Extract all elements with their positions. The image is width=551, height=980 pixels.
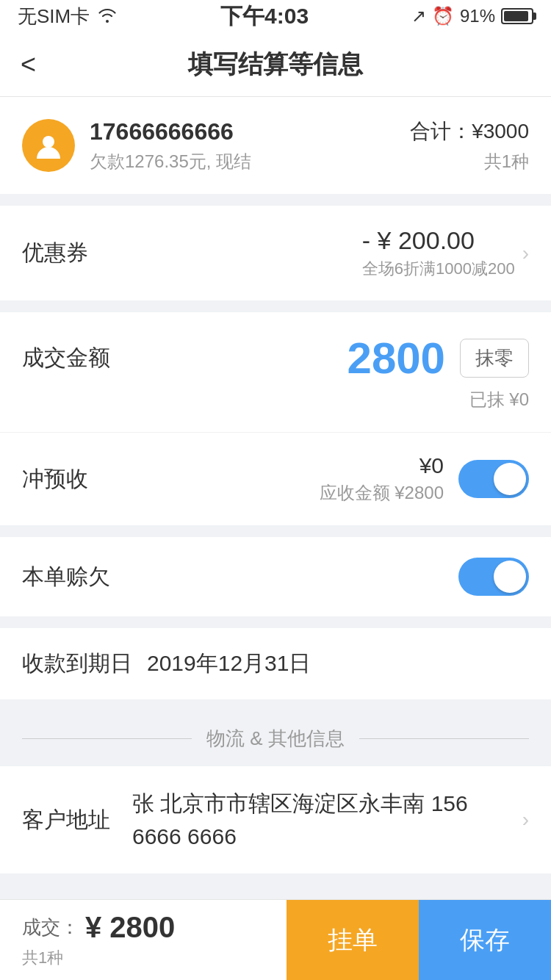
- transaction-card: 成交金额 2800 抹零 已抹 ¥0 冲预收 ¥0 应收金额 ¥2800: [0, 312, 551, 525]
- pre-collect-amount: ¥0 应收金额 ¥2800: [320, 453, 444, 505]
- logistics-line-left: [22, 738, 192, 739]
- svg-point-0: [43, 136, 54, 148]
- debt-label: 本单赊欠: [22, 562, 110, 592]
- customer-count: 共1种: [410, 150, 529, 173]
- coupon-chevron-icon: ›: [522, 242, 529, 265]
- coupon-card: 优惠券 - ¥ 200.00 全场6折满1000减200 ›: [0, 206, 551, 300]
- customer-right: 合计：¥3000 共1种: [410, 118, 529, 173]
- pre-collect-label: 冲预收: [22, 464, 88, 494]
- wifi-icon: [97, 5, 118, 28]
- transaction-label: 成交金额: [22, 343, 110, 373]
- bottom-count: 共1种: [22, 947, 264, 969]
- logistics-header: 物流 & 其他信息: [0, 711, 551, 766]
- logistics-line-right: [359, 738, 529, 739]
- logistics-title: 物流 & 其他信息: [206, 726, 345, 752]
- save-button[interactable]: 保存: [419, 900, 551, 981]
- carrier-label: 无SIM卡: [18, 4, 90, 29]
- content: 17666666666 欠款1276.35元, 现结 合计：¥3000 共1种 …: [0, 97, 551, 973]
- status-bar: 无SIM卡 下午4:03 ↗ ⏰ 91%: [0, 0, 551, 32]
- customer-info: 17666666666 欠款1276.35元, 现结: [90, 118, 251, 173]
- pre-collect-section: 冲预收 ¥0 应收金额 ¥2800: [0, 432, 551, 525]
- due-date-value: 2019年12月31日: [147, 649, 311, 679]
- debt-toggle[interactable]: [458, 558, 529, 596]
- due-date-label: 收款到期日: [22, 649, 132, 679]
- transaction-row: 成交金额 2800 抹零: [22, 333, 529, 383]
- address-value: 张 北京市市辖区海淀区永丰南 156 6666 6666: [132, 787, 515, 853]
- alarm-icon: ⏰: [432, 6, 454, 26]
- avatar: [22, 119, 75, 172]
- header: < 填写结算等信息: [0, 32, 551, 97]
- pre-collect-receivable: 应收金额 ¥2800: [320, 481, 444, 505]
- transaction-sub: 已抹 ¥0: [22, 388, 529, 411]
- status-time: 下午4:03: [220, 1, 309, 32]
- transaction-right: 2800 抹零: [347, 333, 529, 383]
- bottom-amount-row: 成交： ¥ 2800: [22, 911, 264, 944]
- battery-percent: 91%: [460, 6, 495, 26]
- customer-card: 17666666666 欠款1276.35元, 现结 合计：¥3000 共1种: [0, 97, 551, 194]
- customer-debt: 欠款1276.35元, 现结: [90, 150, 251, 173]
- customer-total: 合计：¥3000: [410, 118, 529, 145]
- address-chevron-icon: ›: [522, 808, 529, 832]
- battery-icon: [501, 8, 533, 24]
- status-right: ↗ ⏰ 91%: [411, 6, 533, 26]
- address-section[interactable]: 客户地址 张 北京市市辖区海淀区永丰南 156 6666 6666 ›: [0, 766, 551, 873]
- pre-collect-value: ¥0: [320, 453, 444, 478]
- bottom-summary: 成交： ¥ 2800 共1种: [0, 911, 287, 969]
- due-date-section: 收款到期日 2019年12月31日: [0, 628, 551, 699]
- transaction-section: 成交金额 2800 抹零 已抹 ¥0: [0, 312, 551, 432]
- transaction-value: 2800: [347, 333, 445, 383]
- bottom-bar: 成交： ¥ 2800 共1种 挂单 保存: [0, 899, 551, 980]
- customer-left: 17666666666 欠款1276.35元, 现结: [22, 118, 251, 173]
- debt-section: 本单赊欠: [0, 537, 551, 616]
- back-button[interactable]: <: [21, 49, 36, 80]
- bottom-summary-value: ¥ 2800: [85, 911, 175, 944]
- customer-phone: 17666666666: [90, 118, 251, 145]
- page-title: 填写结算等信息: [188, 48, 363, 82]
- pre-collect-toggle[interactable]: [458, 460, 529, 498]
- coupon-amount: - ¥ 200.00: [362, 226, 515, 255]
- bottom-summary-label: 成交：: [22, 915, 79, 940]
- coupon-row[interactable]: 优惠券 - ¥ 200.00 全场6折满1000减200 ›: [0, 206, 551, 300]
- coupon-label: 优惠券: [22, 238, 88, 268]
- coupon-desc: 全场6折满1000减200: [362, 258, 515, 280]
- address-label: 客户地址: [22, 805, 110, 835]
- coupon-right: - ¥ 200.00 全场6折满1000减200 ›: [362, 226, 529, 280]
- pending-button[interactable]: 挂单: [287, 900, 419, 981]
- status-left: 无SIM卡: [18, 4, 118, 29]
- pre-collect-right: ¥0 应收金额 ¥2800: [320, 453, 529, 505]
- round-zero-button[interactable]: 抹零: [460, 339, 529, 378]
- location-icon: ↗: [411, 6, 426, 26]
